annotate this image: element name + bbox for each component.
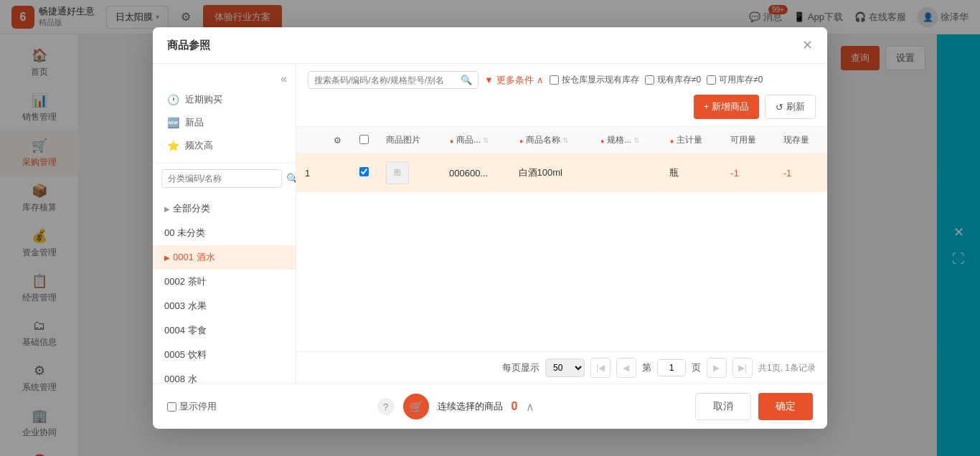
next-page-button[interactable]: ▶	[707, 358, 727, 378]
per-page-label: 每页显示	[502, 361, 540, 374]
help-icon[interactable]: ?	[377, 398, 395, 415]
col-code-header: ⬧ 商品... ⇅	[440, 127, 510, 154]
col-image-header: 商品图片	[377, 127, 440, 154]
footer-right: 取消 确定	[695, 393, 813, 420]
cell-checkbox	[351, 154, 377, 192]
category-search-area: 🔍	[153, 163, 296, 194]
col-settings: ⚙	[325, 127, 351, 154]
footer-left: 显示停用	[167, 400, 217, 413]
new-icon: 🆕	[167, 117, 179, 128]
category-item-0004[interactable]: 0004 零食	[153, 318, 296, 343]
confirm-button[interactable]: 确定	[758, 393, 813, 420]
pagination-bar: 每页显示 50 100 200 |◀ ◀ 第 页 ▶ ▶| 共1页, 1条记录	[296, 351, 827, 384]
refresh-icon: ↺	[776, 102, 783, 113]
modal-left-panel: « 🕐 近期购买 🆕 新品 ⭐ 频次高	[153, 64, 296, 384]
collapse-icon[interactable]: «	[281, 72, 287, 85]
cell-index: 1	[296, 154, 325, 192]
modal-close-button[interactable]: ✕	[802, 37, 813, 53]
product-reference-modal: 商品参照 ✕ « 🕐 近期购买 🆕 新品	[153, 27, 827, 429]
sort-icon: ⬧	[669, 136, 674, 146]
category-item-00[interactable]: 00 未分类	[153, 221, 296, 245]
category-label: 0002 茶叶	[164, 275, 207, 288]
modal-right-panel: 🔍 ▼ 更多条件 ∧ 按仓库显示现有库存 现有库存≠0	[296, 64, 827, 384]
quick-links: « 🕐 近期购买 🆕 新品 ⭐ 频次高	[153, 72, 296, 163]
col-available-header: 可用量	[722, 127, 774, 154]
category-label: 0008 水	[164, 373, 197, 384]
quick-link-label: 近期购买	[185, 93, 222, 106]
cell-available: -1	[722, 154, 774, 192]
category-label: 0004 零食	[164, 324, 207, 337]
quick-link-frequent[interactable]: ⭐ 频次高	[161, 134, 287, 157]
cell-image: 图	[377, 154, 440, 192]
first-page-button[interactable]: |◀	[590, 358, 611, 378]
product-table: ⚙ 商品图片 ⬧	[296, 127, 827, 192]
show-disabled-checkbox[interactable]: 显示停用	[167, 400, 217, 413]
sort-arrow-icon: ⇅	[483, 136, 489, 144]
page-number-input[interactable]	[657, 359, 686, 376]
quick-link-label: 新品	[185, 116, 204, 129]
col-index	[296, 127, 325, 154]
star-icon: ⭐	[167, 140, 179, 151]
category-item-0005[interactable]: 0005 饮料	[153, 343, 296, 367]
sort-arrow-icon: ⇅	[633, 136, 639, 144]
page-label: 页	[692, 361, 701, 374]
per-page-select[interactable]: 50 100 200	[545, 358, 585, 377]
category-search-input[interactable]	[161, 169, 282, 188]
collapse-footer-icon[interactable]: ∧	[526, 400, 534, 414]
clock-icon: 🕐	[167, 94, 179, 105]
category-arrow-icon: ▶	[164, 205, 170, 213]
add-product-button[interactable]: + 新增商品	[694, 95, 759, 119]
row-checkbox[interactable]	[359, 167, 369, 176]
cancel-button[interactable]: 取消	[695, 393, 751, 420]
cell-name: 白酒100ml	[510, 154, 592, 192]
category-item-0002[interactable]: 0002 茶叶	[153, 270, 296, 294]
category-item-0008[interactable]: 0008 水	[153, 367, 296, 384]
category-item-0001[interactable]: ▶ 0001 酒水	[153, 245, 296, 270]
category-label: 0005 饮料	[164, 348, 207, 361]
last-page-button[interactable]: ▶|	[732, 358, 753, 378]
sort-icon: ⬧	[519, 136, 524, 146]
product-search-input[interactable]	[314, 75, 458, 85]
cart-button[interactable]: 🛒	[403, 394, 429, 419]
sort-icon: ⬧	[600, 136, 605, 146]
table-header-row: ⚙ 商品图片 ⬧	[296, 127, 827, 154]
modal-overlay: 商品参照 ✕ « 🕐 近期购买 🆕 新品	[0, 0, 980, 456]
cell-spec	[591, 154, 661, 192]
product-table-body: 1 图 000600... 白酒100ml	[296, 154, 827, 192]
refresh-button[interactable]: ↺ C 刷新 刷新	[765, 95, 816, 119]
stock-nonzero-checkbox[interactable]: 现有库存≠0	[645, 74, 701, 86]
prev-page-button[interactable]: ◀	[616, 358, 636, 378]
category-item-0003[interactable]: 0003 水果	[153, 294, 296, 318]
category-label: 0001 酒水	[173, 251, 215, 264]
gear-icon[interactable]: ⚙	[334, 136, 341, 146]
sort-icon: ⬧	[449, 136, 454, 146]
col-stock-header: 现存量	[775, 127, 827, 154]
page-info: 共1页, 1条记录	[758, 362, 816, 374]
category-label: 00 未分类	[164, 227, 205, 239]
col-checkbox	[351, 127, 377, 154]
modal-actions: + 新增商品 ↺ C 刷新 刷新	[694, 95, 816, 119]
cell-code: 000600...	[440, 154, 510, 192]
table-row[interactable]: 1 图 000600... 白酒100ml	[296, 154, 827, 192]
category-item-all[interactable]: ▶ 全部分类	[153, 196, 296, 221]
col-spec-header: ⬧ 规格... ⇅	[591, 127, 661, 154]
category-arrow-icon: ▶	[164, 254, 170, 262]
modal-toolbar: 🔍 ▼ 更多条件 ∧ 按仓库显示现有库存 现有库存≠0	[296, 64, 827, 127]
quick-link-recent[interactable]: 🕐 近期购买	[161, 88, 287, 111]
filter-icon: ▼	[484, 75, 494, 85]
warehouse-display-checkbox[interactable]: 按仓库显示现有库存	[550, 74, 639, 86]
page-num-label: 第	[642, 361, 651, 374]
modal-body: « 🕐 近期购买 🆕 新品 ⭐ 频次高	[153, 64, 827, 384]
category-search-icon[interactable]: 🔍	[286, 173, 296, 184]
cell-unit: 瓶	[661, 154, 722, 192]
modal-title: 商品参照	[167, 39, 210, 52]
modal-header: 商品参照 ✕	[153, 27, 827, 64]
cell-stock: -1	[775, 154, 827, 192]
search-icon[interactable]: 🔍	[461, 75, 472, 85]
col-unit-header: ⬧ 主计量	[661, 127, 722, 154]
filter-more-button[interactable]: ▼ 更多条件 ∧	[484, 74, 544, 87]
available-nonzero-checkbox[interactable]: 可用库存≠0	[707, 74, 763, 86]
select-all-checkbox[interactable]	[359, 135, 369, 144]
quick-link-new[interactable]: 🆕 新品	[161, 111, 287, 134]
product-thumbnail: 图	[386, 161, 409, 184]
